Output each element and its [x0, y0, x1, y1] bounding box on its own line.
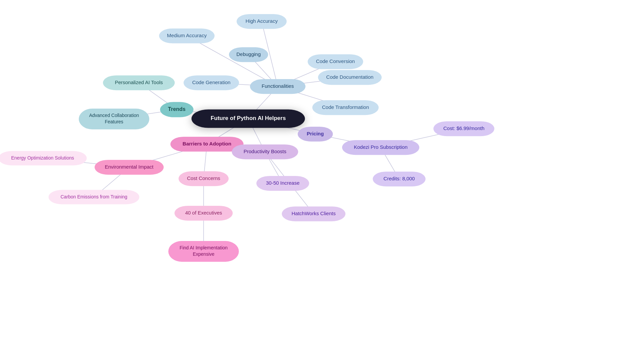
node-code_conversion[interactable]: Code Conversion: [308, 54, 363, 69]
node-label-find_expensive: Expensive: [193, 251, 215, 257]
node-label-carbon_emissions: Carbon Emissions from Training: [60, 194, 127, 199]
node-label-medium_accuracy: Medium Accuracy: [167, 33, 207, 38]
node-code_generation[interactable]: Code Generation: [183, 75, 239, 90]
node-barriers[interactable]: Barriers to Adoption: [170, 137, 244, 152]
node-cost_month[interactable]: Cost: $6.99/month: [433, 121, 494, 136]
node-label-kodezi_pro: Kodezi Pro Subscription: [354, 144, 408, 150]
node-40_executives[interactable]: 40 of Executives: [174, 206, 233, 221]
node-label-energy_opt: Energy Optimization Solutions: [11, 155, 74, 161]
node-label-personalized_ai: Personalized AI Tools: [115, 79, 163, 85]
node-label-hatchworks: HatchWorks Clients: [291, 210, 335, 216]
node-label-cost_concerns: Cost Concerns: [187, 175, 220, 181]
node-medium_accuracy[interactable]: Medium Accuracy: [159, 28, 215, 43]
node-carbon_emissions[interactable]: Carbon Emissions from Training: [49, 190, 140, 204]
node-label-40_executives: 40 of Executives: [185, 210, 222, 216]
node-center[interactable]: Future of Python AI Helpers: [192, 110, 305, 128]
node-label-find_expensive: Find AI Implementation: [179, 245, 227, 250]
node-credits[interactable]: Credits: 8,000: [373, 172, 425, 186]
node-label-pricing: Pricing: [307, 131, 324, 136]
node-pricing[interactable]: Pricing: [298, 127, 333, 141]
node-hatchworks[interactable]: HatchWorks Clients: [282, 206, 345, 221]
node-debugging[interactable]: Debugging: [229, 47, 268, 62]
node-code_documentation[interactable]: Code Documentation: [318, 70, 382, 85]
node-label-high_accuracy: High Accuracy: [246, 18, 278, 24]
node-label-trends: Trends: [168, 106, 186, 112]
node-trends[interactable]: Trends: [160, 102, 194, 117]
node-find_expensive[interactable]: Find AI ImplementationExpensive: [168, 241, 239, 262]
node-label-functionalities: Functionalities: [262, 83, 294, 89]
node-energy_opt[interactable]: Energy Optimization Solutions: [0, 151, 87, 166]
node-label-code_documentation: Code Documentation: [326, 74, 374, 80]
node-kodezi_pro[interactable]: Kodezi Pro Subscription: [342, 140, 419, 155]
node-label-advanced_collab: Advanced Collaboration: [89, 113, 139, 118]
node-code_transformation[interactable]: Code Transformation: [312, 100, 379, 115]
node-increase_30_50[interactable]: 30-50 Increase: [256, 176, 309, 191]
mindmap-canvas: Future of Python AI HelpersFunctionaliti…: [0, 0, 644, 363]
node-label-credits: Credits: 8,000: [383, 176, 415, 181]
node-cost_concerns[interactable]: Cost Concerns: [178, 171, 228, 186]
node-advanced_collab[interactable]: Advanced CollaborationFeatures: [79, 109, 149, 129]
node-label-barriers: Barriers to Adoption: [182, 141, 231, 146]
node-functionalities[interactable]: Functionalities: [250, 79, 306, 94]
node-label-center: Future of Python AI Helpers: [211, 115, 286, 121]
node-label-environmental: Environmental Impact: [105, 164, 154, 170]
node-label-advanced_collab: Features: [105, 119, 123, 124]
node-label-debugging: Debugging: [236, 51, 261, 57]
node-high_accuracy[interactable]: High Accuracy: [236, 14, 286, 29]
node-label-increase_30_50: 30-50 Increase: [266, 180, 300, 186]
node-environmental[interactable]: Environmental Impact: [95, 160, 164, 175]
node-label-code_generation: Code Generation: [192, 79, 230, 85]
node-label-code_conversion: Code Conversion: [316, 58, 355, 64]
node-label-cost_month: Cost: $6.99/month: [443, 125, 485, 131]
node-personalized_ai[interactable]: Personalized AI Tools: [103, 75, 175, 90]
node-label-code_transformation: Code Transformation: [322, 104, 369, 110]
node-label-productivity: Productivity Boosts: [244, 148, 286, 154]
node-productivity[interactable]: Productivity Boosts: [232, 144, 298, 159]
